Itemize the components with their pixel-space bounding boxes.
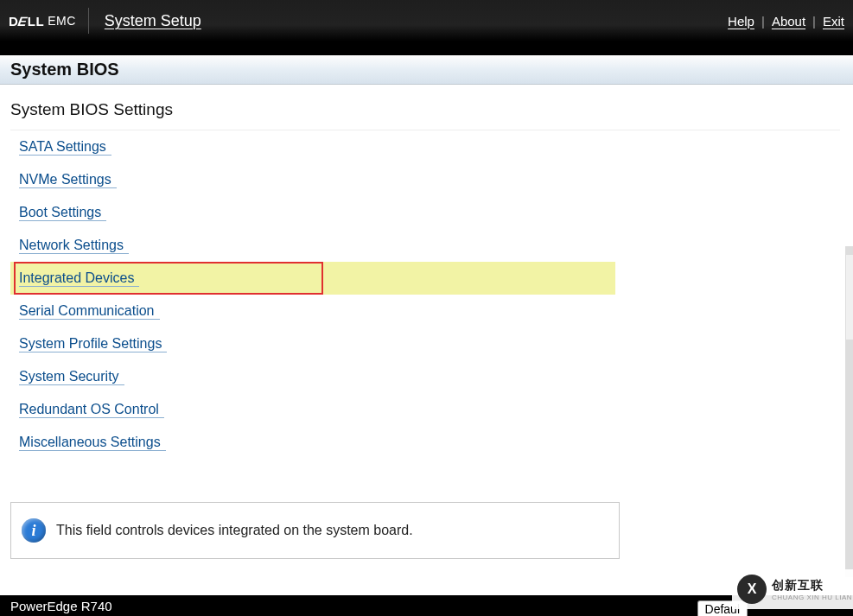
about-link[interactable]: About (772, 14, 805, 29)
settings-item-label: Miscellaneous Settings (19, 435, 166, 451)
product-model: PowerEdge R740 (10, 599, 112, 613)
settings-item-system-profile-settings[interactable]: System Profile Settings (10, 327, 840, 360)
emc-logo-text: EMC (48, 14, 76, 28)
help-text: This field controls devices integrated o… (56, 523, 413, 538)
help-link[interactable]: Help (728, 14, 754, 29)
watermark-logo-icon: X (737, 575, 767, 604)
scroll-thumb[interactable] (846, 340, 853, 577)
dell-logo-text: DELL (9, 14, 44, 29)
separator: | (761, 14, 765, 29)
app-header: DELL EMC System Setup Help | About | Exi… (0, 0, 853, 41)
breadcrumb-bar: System BIOS (0, 55, 853, 85)
settings-item-redundant-os-control[interactable]: Redundant OS Control (10, 393, 840, 426)
settings-item-network-settings[interactable]: Network Settings (10, 229, 840, 262)
exit-link[interactable]: Exit (823, 14, 844, 29)
settings-item-label: Serial Communication (19, 303, 160, 320)
info-icon: i (22, 518, 46, 543)
settings-item-label: SATA Settings (19, 139, 111, 156)
settings-item-nvme-settings[interactable]: NVMe Settings (10, 163, 840, 196)
settings-item-system-security[interactable]: System Security (10, 360, 840, 393)
settings-item-label: System Security (19, 369, 124, 385)
settings-item-serial-communication[interactable]: Serial Communication (10, 295, 840, 327)
settings-item-integrated-devices[interactable]: Integrated Devices (10, 262, 615, 295)
watermark: X 创新互联 CHUANG XIN HU LIAN (732, 569, 853, 609)
watermark-text: 创新互联 CHUANG XIN HU LIAN (772, 578, 852, 601)
settings-item-label: System Profile Settings (19, 336, 167, 352)
settings-item-label: Boot Settings (19, 205, 106, 221)
header-divider (0, 41, 853, 55)
settings-item-label: Network Settings (19, 238, 129, 254)
scrollbar[interactable] (845, 246, 853, 577)
settings-item-boot-settings[interactable]: Boot Settings (10, 196, 840, 229)
help-panel: i This field controls devices integrated… (10, 502, 620, 559)
page-title: System BIOS (10, 60, 119, 79)
settings-list: SATA SettingsNVMe SettingsBoot SettingsN… (10, 130, 840, 478)
settings-item-sata-settings[interactable]: SATA Settings (10, 130, 840, 163)
app-title: System Setup (105, 12, 201, 30)
separator: | (812, 14, 816, 29)
settings-item-label: NVMe Settings (19, 172, 117, 188)
settings-item-label: Integrated Devices (19, 270, 139, 287)
settings-item-label: Redundant OS Control (19, 402, 164, 418)
section-title: System BIOS Settings (10, 100, 853, 119)
dell-emc-logo: DELL EMC (9, 8, 89, 34)
scroll-up-icon[interactable] (846, 246, 853, 255)
content-area: System BIOS Settings SATA SettingsNVMe S… (0, 85, 853, 478)
settings-item-miscellaneous-settings[interactable]: Miscellaneous Settings (10, 426, 840, 459)
